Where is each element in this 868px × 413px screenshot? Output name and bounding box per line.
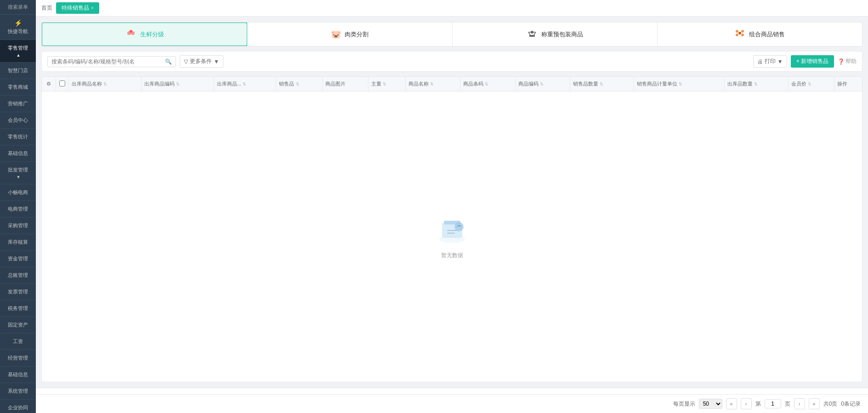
pagination: 每页显示 50 10 20 100 « ‹ 第 页 › » 共0页 0条记录 [36, 394, 868, 413]
th-out-qty[interactable]: 出库品数量 ⇅ [724, 77, 788, 92]
sidebar: 搜索菜单 ⚡ 快捷导航 零售管理 ▲ 智慧门店 零售商城 营销推广 会员中心 零… [0, 0, 36, 413]
help-icon: ❓ [838, 58, 845, 65]
sort-icon: ⇅ [243, 82, 246, 86]
page-input[interactable] [765, 399, 781, 408]
th-weight[interactable]: 主量 ⇅ [368, 77, 405, 92]
th-operation: 操作 [834, 77, 862, 92]
toolbar-left: 🔍 ▽ 更多条件 ▼ [47, 55, 223, 68]
cat-tab-combo-sale[interactable]: 组合商品销售 [658, 23, 862, 46]
th-product-name[interactable]: 商品名称 ⇅ [405, 77, 460, 92]
total-pages: 共0页 [823, 400, 838, 408]
th-out-product-code[interactable]: 出库商品编码 ⇅ [141, 77, 214, 92]
sort-icon: ⇅ [808, 82, 811, 86]
sidebar-item-tax[interactable]: 税务管理 [0, 300, 36, 317]
th-sale-product[interactable]: 销售品 ⇅ [276, 77, 322, 92]
sidebar-item-inventory[interactable]: 库存核算 [0, 234, 36, 251]
sidebar-item-purchase[interactable]: 采购管理 [0, 218, 36, 234]
page-body: 生鲜分级 🐷 肉类分割 称重预包装商品 [36, 17, 868, 388]
column-settings-icon[interactable]: ⚙ [46, 81, 51, 86]
cat-tab-fresh-grade[interactable]: 生鲜分级 [41, 22, 248, 46]
search-icon[interactable]: 🔍 [165, 58, 172, 65]
sidebar-item-fixed-assets[interactable]: 固定资产 [0, 317, 36, 333]
search-box[interactable]: 🔍 [47, 56, 176, 67]
svg-point-2 [130, 30, 132, 33]
select-all-checkbox[interactable] [59, 80, 65, 86]
svg-line-6 [534, 32, 536, 35]
fresh-grade-label: 生鲜分级 [140, 30, 164, 39]
sort-icon: ⇅ [485, 82, 488, 86]
data-table: ⚙ 出库商品名称 ⇅ 出库商品编码 ⇅ [42, 77, 862, 92]
meat-cut-icon: 🐷 [331, 29, 341, 40]
close-tab-icon[interactable]: × [91, 6, 94, 11]
sidebar-item-invoice[interactable]: 发票管理 [0, 284, 36, 300]
sidebar-item-retail-mall[interactable]: 零售商城 [0, 79, 36, 96]
quick-nav-icon: ⚡ [14, 19, 22, 27]
next-page-button[interactable]: › [794, 398, 805, 409]
combo-sale-icon [734, 29, 745, 40]
sidebar-item-retail-manage[interactable]: 零售管理 ▲ [0, 40, 36, 63]
toolbar: 🔍 ▽ 更多条件 ▼ 🖨 打印 ▼ + 新增销售品 ❓ 帮助 [41, 51, 862, 72]
sort-icon: ⇅ [176, 82, 180, 86]
page-label: 第 [755, 400, 761, 408]
cat-tab-meat-cut[interactable]: 🐷 肉类分割 [247, 23, 452, 46]
svg-rect-7 [529, 35, 535, 37]
active-tab[interactable]: 特殊销售品 × [56, 2, 99, 14]
sidebar-item-ecom-manage[interactable]: 电商管理 [0, 201, 36, 218]
page-suffix: 页 [785, 400, 790, 408]
th-out-product-spec[interactable]: 出库商品... ⇅ [214, 77, 276, 92]
th-product-image[interactable]: 商品图片 [322, 77, 368, 92]
sidebar-item-member[interactable]: 会员中心 [0, 112, 36, 129]
main-content: 首页 特殊销售品 × 生鲜分级 🐷 肉类分割 [36, 0, 868, 413]
th-sale-unit[interactable]: 销售商品计量单位 ⇅ [634, 77, 725, 92]
per-page-select[interactable]: 50 10 20 100 [699, 399, 722, 409]
sidebar-item-enterprise[interactable]: 企业协同 [0, 400, 36, 413]
sidebar-item-finance[interactable]: 资金管理 [0, 251, 36, 267]
sidebar-item-salary[interactable]: 工资 [0, 333, 36, 350]
sidebar-item-marketing[interactable]: 营销推广 [0, 96, 36, 112]
filter-arrow-icon: ▼ [214, 58, 219, 65]
sort-icon: ⇅ [540, 82, 544, 86]
filter-button[interactable]: ▽ 更多条件 ▼ [180, 55, 223, 68]
th-product-barcode[interactable]: 商品条码 ⇅ [460, 77, 516, 92]
sidebar-item-system-manage[interactable]: 系统管理 [0, 383, 36, 400]
per-page-label: 每页显示 [673, 400, 695, 408]
th-out-product-name[interactable]: 出库商品名称 ⇅ [68, 77, 141, 92]
meat-cut-label: 肉类分割 [345, 30, 369, 39]
svg-line-5 [528, 32, 530, 35]
sidebar-item-mini-ecom[interactable]: 小畅电商 [0, 184, 36, 201]
first-page-button[interactable]: « [726, 398, 737, 409]
prev-page-button[interactable]: ‹ [741, 398, 752, 409]
sidebar-search-menu[interactable]: 搜索菜单 [0, 0, 36, 15]
help-button[interactable]: ❓ 帮助 [838, 57, 857, 65]
sort-icon: ⇅ [103, 82, 107, 86]
th-checkbox[interactable] [56, 77, 68, 92]
combo-sale-label: 组合商品销售 [749, 30, 785, 39]
sidebar-item-business-manage[interactable]: 经营管理 [0, 350, 36, 367]
last-page-button[interactable]: » [809, 398, 820, 409]
category-tabs: 生鲜分级 🐷 肉类分割 称重预包装商品 [41, 22, 862, 46]
new-sale-button[interactable]: + 新增销售品 [791, 55, 834, 68]
th-setting[interactable]: ⚙ [42, 77, 56, 92]
cat-tab-weigh-pack[interactable]: 称重预包装商品 [453, 23, 658, 46]
fresh-grade-icon [125, 29, 136, 40]
home-tab[interactable]: 首页 [41, 4, 52, 12]
th-member-price[interactable]: 会员价 ⇅ [788, 77, 834, 92]
svg-point-17 [458, 225, 460, 227]
search-input[interactable] [51, 58, 163, 65]
sidebar-item-wholesale[interactable]: 批发管理 ▼ [0, 162, 36, 184]
data-table-container: ⚙ 出库商品名称 ⇅ 出库商品编码 ⇅ [41, 76, 862, 382]
sort-icon: ⇅ [754, 82, 758, 86]
print-button[interactable]: 🖨 打印 ▼ [753, 55, 787, 68]
sidebar-item-basic-info[interactable]: 基础信息 [0, 145, 36, 162]
th-product-code[interactable]: 商品编码 ⇅ [515, 77, 570, 92]
sidebar-item-basic-info2[interactable]: 基础信息 [0, 367, 36, 383]
sidebar-item-total-manage[interactable]: 总账管理 [0, 267, 36, 284]
active-tab-label: 特殊销售品 [62, 4, 89, 12]
horizontal-scrollbar[interactable] [36, 388, 868, 394]
weigh-pack-icon [527, 29, 538, 40]
sidebar-item-quick-nav[interactable]: ⚡ 快捷导航 [0, 15, 36, 40]
sidebar-item-retail-stats[interactable]: 零售统计 [0, 129, 36, 145]
arrow-icon: ▼ [17, 175, 21, 179]
sidebar-item-smart-store[interactable]: 智慧门店 [0, 63, 36, 79]
th-sale-qty[interactable]: 销售品数量 ⇅ [570, 77, 634, 92]
